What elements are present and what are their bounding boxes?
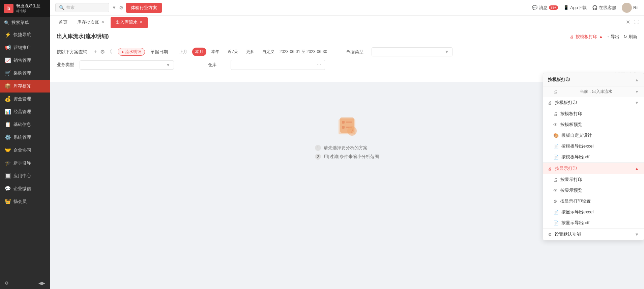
display-print-label: 按显示打印 xyxy=(560,177,582,183)
refresh-label: 刷新 xyxy=(628,34,637,40)
sidebar-item-operation[interactable]: 📊 经营管理 xyxy=(0,105,50,118)
add-filter-icon[interactable]: ＋ xyxy=(93,48,98,55)
template-pdf-icon: 📄 xyxy=(553,155,559,160)
sidebar-item-finance[interactable]: 💰 资金管理 xyxy=(0,93,50,105)
date-btn-last-month[interactable]: 上月 xyxy=(176,48,190,56)
tab-in-out-flow-close[interactable]: ✕ xyxy=(140,20,143,24)
warehouse-more-icon[interactable]: ··· xyxy=(317,62,321,68)
export-btn[interactable]: ↑ 导出 xyxy=(607,34,620,40)
sidebar-item-quick-nav[interactable]: ⚡ 快捷导航 xyxy=(0,28,50,41)
sidebar-item-marketing[interactable]: 📢 营销推广 xyxy=(0,41,50,54)
tab-batch-account[interactable]: 库存批次账 ✕ xyxy=(72,17,109,28)
doc-type-select[interactable]: ▼ xyxy=(372,47,452,56)
empty-step-2: 2 用[过滤]条件来缩小分析范围 xyxy=(315,154,379,160)
date-btn-more[interactable]: 更多 xyxy=(243,48,257,56)
template-print-section-label: 按模板打印 xyxy=(555,100,577,106)
display-export-excel-label: 按显示导出excel xyxy=(561,209,593,215)
basics-icon: 📋 xyxy=(5,122,11,128)
biz-type-select[interactable]: ▼ xyxy=(80,60,174,70)
display-print-section-icon: 🖨 xyxy=(548,166,552,171)
sidebar-item-guide[interactable]: 🎓 新手引导 xyxy=(0,157,50,169)
purchase-icon: 🛒 xyxy=(5,70,11,76)
app-name: 畅捷通好生意 xyxy=(16,3,40,9)
display-preview-label: 按显示预览 xyxy=(560,187,582,193)
print-icon: 🖨 xyxy=(570,34,574,39)
sidebar-search-label: 搜索菜单 xyxy=(11,20,29,26)
active-filter-tag[interactable]: ● 流水明细 xyxy=(118,48,145,56)
panel-item-display-export-excel[interactable]: 📄 按显示导出excel xyxy=(543,207,644,217)
display-print-header[interactable]: 🖨 按显示打印 ▲ xyxy=(543,163,644,174)
sidebar-item-purchase[interactable]: 🛒 采购管理 xyxy=(0,67,50,80)
main-content: 🔍 搜索 ▼ ⚙ 体验行业方案 💬 消息 99+ 📱 App下载 🎧 在线客服 xyxy=(50,0,644,289)
sidebar-item-system[interactable]: ⚙️ 系统管理 xyxy=(0,131,50,144)
template-print-section-icon: 🖨 xyxy=(548,100,552,105)
filter-row-1: 按以下方案查询 ＋ ⚙ 《 ● 流水明细 单据日期 上月 本月 本年 近7天 更… xyxy=(57,47,637,56)
display-preview-icon: 👁 xyxy=(553,188,558,193)
panel-item-display-export-pdf[interactable]: 📄 按显示导出pdf xyxy=(543,217,644,228)
warehouse-select[interactable]: ··· xyxy=(231,60,325,70)
template-preview-label: 按模板预览 xyxy=(560,122,582,128)
date-filter: 上月 本月 本年 近7天 更多 自定义 2023-06-01 至 2023-06… xyxy=(176,48,327,56)
panel-collapse-icon[interactable]: ▲ xyxy=(635,77,639,82)
panel-item-template-export-pdf[interactable]: 📄 按模板导出pdf xyxy=(543,152,644,162)
panel-footer[interactable]: ⚙ 设置默认功能 ▼ xyxy=(543,229,644,240)
sidebar-search[interactable]: 🔍 搜索菜单 xyxy=(0,17,50,28)
guide-icon: 🎓 xyxy=(5,160,11,166)
date-btn-7-days[interactable]: 近7天 xyxy=(225,48,241,56)
sidebar-item-inventory[interactable]: 📦 库存核算 xyxy=(0,80,50,93)
user-avatar-item[interactable]: Rit xyxy=(622,3,639,13)
industry-btn[interactable]: 体验行业方案 xyxy=(126,3,162,13)
msg-item[interactable]: 💬 消息 99+ xyxy=(532,5,558,11)
sidebar-item-label: 经营管理 xyxy=(13,109,31,115)
sidebar-item-label: 畅会员 xyxy=(13,199,27,205)
panel-item-display-print[interactable]: 🖨 按显示打印 xyxy=(543,174,644,185)
panel-current: 🖨 当前：出入库流水 ▼ xyxy=(543,86,644,97)
page-actions: 🖨 按模板打印 ▲ ↑ 导出 ↻ 刷新 xyxy=(570,34,637,40)
sidebar-item-sales[interactable]: 📈 销售管理 xyxy=(0,54,50,67)
collapse-sidebar-icon[interactable]: ◀▶ xyxy=(38,281,45,286)
expand-btn[interactable]: ⛶ xyxy=(634,20,639,25)
date-btn-this-month[interactable]: 本月 xyxy=(192,48,206,56)
template-print-header[interactable]: 🖨 按模板打印 ▼ xyxy=(543,97,644,108)
sidebar-item-vip[interactable]: 👑 畅会员 xyxy=(0,195,50,208)
sidebar: b 畅捷通好生意 标准版 🔍 搜索菜单 ⚡ 快捷导航 📢 营销推广 📈 销售管理… xyxy=(0,0,50,289)
sidebar-item-wechat[interactable]: 💬 企业微信 xyxy=(0,182,50,195)
close-page-btn[interactable]: ✕ xyxy=(626,19,630,25)
refresh-btn[interactable]: ↻ 刷新 xyxy=(623,34,637,40)
template-excel-icon: 📄 xyxy=(553,144,559,149)
panel-item-display-preview[interactable]: 👁 按显示预览 xyxy=(543,185,644,196)
warehouse-item: 仓库 ··· xyxy=(208,60,325,70)
tab-home[interactable]: 首页 xyxy=(55,17,71,27)
topbar-gear-icon[interactable]: ⚙ xyxy=(119,5,123,11)
topbar-dropdown-icon[interactable]: ▼ xyxy=(112,5,116,10)
online-service-item[interactable]: 🎧 在线客服 xyxy=(592,5,616,11)
date-btn-this-year[interactable]: 本年 xyxy=(208,48,223,56)
tab-in-out-flow[interactable]: 出入库流水 ✕ xyxy=(111,17,148,28)
app-download-item[interactable]: 📱 App下载 xyxy=(563,5,587,11)
app-download-label: App下载 xyxy=(570,5,587,11)
sidebar-item-app-center[interactable]: 🔲 应用中心 xyxy=(0,169,50,182)
panel-item-template-export-excel[interactable]: 📄 按模板导出excel xyxy=(543,141,644,152)
settings-filter-icon[interactable]: ⚙ xyxy=(100,49,105,55)
panel-item-template-preview[interactable]: 👁 按模板预览 xyxy=(543,119,644,130)
panel-item-template-custom[interactable]: 🎨 模板自定义设计 xyxy=(543,130,644,141)
panel-item-display-settings[interactable]: ⚙ 按显示打印设置 xyxy=(543,196,644,207)
date-btn-custom[interactable]: 自定义 xyxy=(259,48,277,56)
template-preview-icon: 👁 xyxy=(553,122,558,127)
empty-step-1: 1 请先选择要分析的方案 xyxy=(315,145,379,151)
collapse-filter-icon[interactable]: 《 xyxy=(107,48,112,55)
display-print-section-label: 按显示打印 xyxy=(555,165,577,172)
panel-item-template-print[interactable]: 🖨 按模板打印 xyxy=(543,108,644,119)
settings-icon[interactable]: ⚙ xyxy=(5,281,9,286)
print-btn[interactable]: 🖨 按模板打印 ▲ xyxy=(570,34,603,40)
sidebar-item-basics[interactable]: 📋 基础信息 xyxy=(0,118,50,131)
sidebar-item-label: 企业协同 xyxy=(13,147,31,153)
headset-icon: 🎧 xyxy=(592,5,597,10)
sidebar-item-label: 资金管理 xyxy=(13,96,31,102)
sidebar-item-enterprise[interactable]: 🤝 企业协同 xyxy=(0,144,50,157)
sidebar-nav: ⚡ 快捷导航 📢 营销推广 📈 销售管理 🛒 采购管理 📦 库存核算 💰 资金管… xyxy=(0,28,50,277)
export-icon: ↑ xyxy=(607,34,610,39)
tab-batch-account-close[interactable]: ✕ xyxy=(101,20,104,24)
topbar-search-box[interactable]: 🔍 搜索 xyxy=(55,3,109,12)
filter-row-2: 业务类型 ▼ 仓库 ··· xyxy=(57,60,637,70)
